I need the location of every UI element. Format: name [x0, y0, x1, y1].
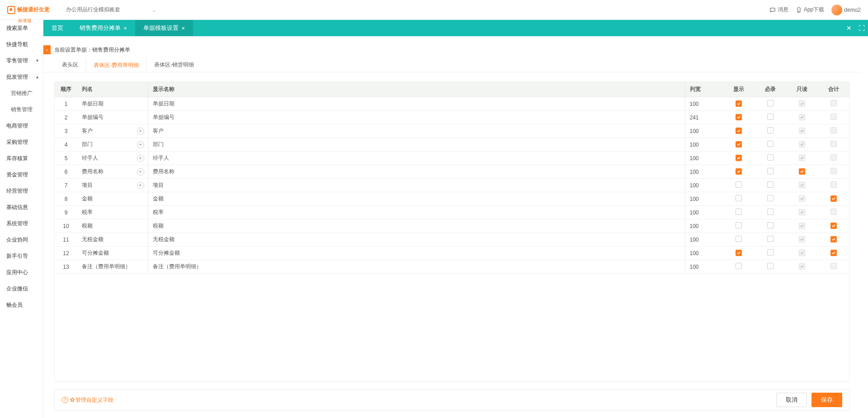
checkbox-required[interactable] — [767, 181, 774, 188]
save-button[interactable]: 保存 — [811, 393, 842, 407]
checkbox-show[interactable] — [736, 263, 742, 269]
cell-width[interactable]: 100 — [685, 260, 723, 274]
checkbox-show[interactable] — [736, 222, 742, 228]
add-child-icon[interactable]: + — [137, 141, 144, 148]
sidebar-item-13[interactable]: 企业协同 — [0, 232, 43, 248]
subtab-2[interactable]: 表体区-销货明细 — [146, 58, 202, 72]
checkbox-required[interactable] — [767, 100, 774, 106]
checkbox-show[interactable] — [736, 100, 742, 107]
checkbox-show[interactable] — [736, 128, 742, 134]
tab-0[interactable]: 首页 — [43, 20, 71, 36]
app-download-link[interactable]: App下载 — [796, 6, 824, 14]
cell-width[interactable]: 100 — [685, 233, 723, 247]
cell-width[interactable]: 100 — [685, 206, 723, 219]
close-icon[interactable]: ✕ — [181, 26, 185, 31]
cell-width[interactable]: 100 — [685, 192, 723, 206]
help-icon[interactable]: ? — [62, 397, 68, 403]
sidebar-item-11[interactable]: 基础信息 — [0, 199, 43, 215]
cell-width[interactable]: 100 — [685, 138, 723, 152]
cell-width[interactable]: 100 — [685, 152, 723, 165]
sidebar-item-2[interactable]: 零售管理▾ — [0, 52, 43, 69]
cell-display-name[interactable]: 项目 — [148, 179, 685, 192]
cell-display-name[interactable]: 费用名称 — [148, 165, 685, 179]
checkbox-required[interactable] — [767, 195, 774, 201]
checkbox-show[interactable] — [736, 236, 742, 242]
user-menu[interactable]: demo2 — [831, 5, 861, 15]
cell-display-name[interactable]: 经手人 — [148, 152, 685, 165]
checkbox-required[interactable] — [767, 249, 774, 256]
checkbox-show[interactable] — [736, 195, 742, 201]
sidebar-item-12[interactable]: 系统管理 — [0, 215, 43, 232]
tab-2[interactable]: 单据模板设置✕ — [135, 20, 193, 36]
checkbox-required[interactable] — [767, 263, 774, 269]
checkbox-total[interactable] — [830, 223, 837, 229]
close-icon[interactable]: ✕ — [123, 26, 127, 31]
checkbox-required[interactable] — [767, 114, 774, 120]
account-selector[interactable]: 办公用品行业模拟账套 ⌄ — [59, 0, 164, 20]
cell-display-name[interactable]: 税率 — [148, 206, 685, 219]
checkbox-show[interactable] — [736, 155, 742, 161]
cell-width[interactable]: 100 — [685, 219, 723, 233]
cell-display-name[interactable]: 金额 — [148, 192, 685, 206]
cancel-button[interactable]: 取消 — [776, 393, 807, 407]
checkbox-readonly — [799, 114, 805, 120]
cell-display-name[interactable]: 客户 — [148, 124, 685, 138]
checkbox-show[interactable] — [736, 114, 742, 120]
sidebar-item-17[interactable]: 畅会员 — [0, 297, 43, 313]
sidebar-item-8[interactable]: 库存核算 — [0, 150, 43, 166]
checkbox-show[interactable] — [736, 181, 742, 188]
cell-display-name[interactable]: 部门 — [148, 138, 685, 152]
sidebar-item-16[interactable]: 企业微信 — [0, 280, 43, 297]
checkbox-show[interactable] — [736, 209, 742, 215]
cell-display-name[interactable]: 单据编号 — [148, 111, 685, 124]
cell-width[interactable]: 241 — [685, 111, 723, 124]
cell-display-name[interactable]: 备注（费用单明细） — [148, 260, 685, 274]
subtab-0[interactable]: 表头区 — [54, 58, 86, 72]
cell-width[interactable]: 100 — [685, 165, 723, 179]
tab-1[interactable]: 销售费用分摊单✕ — [71, 20, 135, 36]
sidebar-item-5[interactable]: 销售管理 — [0, 101, 43, 118]
manage-custom-fields-link[interactable]: 管理自定义字段 — [75, 396, 113, 404]
checkbox-show[interactable] — [736, 168, 742, 175]
checkbox-required[interactable] — [767, 154, 774, 161]
checkbox-total[interactable] — [830, 250, 837, 256]
checkbox-required[interactable] — [767, 141, 774, 147]
checkbox-readonly[interactable] — [799, 168, 805, 175]
checkbox-show[interactable] — [736, 250, 742, 256]
checkbox-required[interactable] — [767, 222, 774, 228]
add-child-icon[interactable]: + — [137, 155, 144, 162]
banner-arrow-icon[interactable]: › — [43, 45, 51, 54]
cell-display-name[interactable]: 无税金额 — [148, 233, 685, 247]
cell-display-name[interactable]: 单据日期 — [148, 97, 685, 111]
subtab-1[interactable]: 表体区-费用单明细 — [86, 58, 146, 72]
sidebar-item-14[interactable]: 新手引导 — [0, 248, 43, 264]
sidebar-item-15[interactable]: 应用中心 — [0, 264, 43, 280]
cell-width[interactable]: 100 — [685, 97, 723, 111]
cell-width[interactable]: 100 — [685, 179, 723, 192]
cell-width[interactable]: 100 — [685, 124, 723, 138]
checkbox-required[interactable] — [767, 127, 774, 133]
cell-display-name[interactable]: 可分摊金额 — [148, 247, 685, 260]
messages-link[interactable]: 消息 — [769, 6, 788, 14]
add-child-icon[interactable]: + — [137, 182, 144, 189]
checkbox-required[interactable] — [767, 209, 774, 215]
sidebar-item-7[interactable]: 采购管理 — [0, 134, 43, 150]
cell-display-name[interactable]: 税额 — [148, 219, 685, 233]
sidebar-item-10[interactable]: 经营管理 — [0, 183, 43, 199]
sidebar-item-4[interactable]: 营销推广 — [0, 85, 43, 101]
checkbox-required[interactable] — [767, 236, 774, 242]
sidebar-item-3[interactable]: 批发管理▴ — [0, 69, 43, 85]
cell-width[interactable]: 100 — [685, 247, 723, 260]
checkbox-total[interactable] — [830, 236, 837, 242]
sidebar-item-6[interactable]: 电商管理 — [0, 118, 43, 134]
close-all-tabs[interactable]: ✕ — [843, 21, 855, 35]
cell-seq: 1 — [55, 97, 77, 111]
checkbox-required[interactable] — [767, 168, 774, 174]
checkbox-show[interactable] — [736, 141, 742, 147]
sidebar-item-9[interactable]: 资金管理 — [0, 166, 43, 183]
sidebar-item-1[interactable]: 快捷导航 — [0, 36, 43, 52]
add-child-icon[interactable]: + — [137, 128, 144, 135]
fullscreen-toggle[interactable]: ⛶ — [855, 21, 868, 35]
checkbox-total[interactable] — [830, 195, 837, 202]
add-child-icon[interactable]: + — [137, 168, 144, 176]
